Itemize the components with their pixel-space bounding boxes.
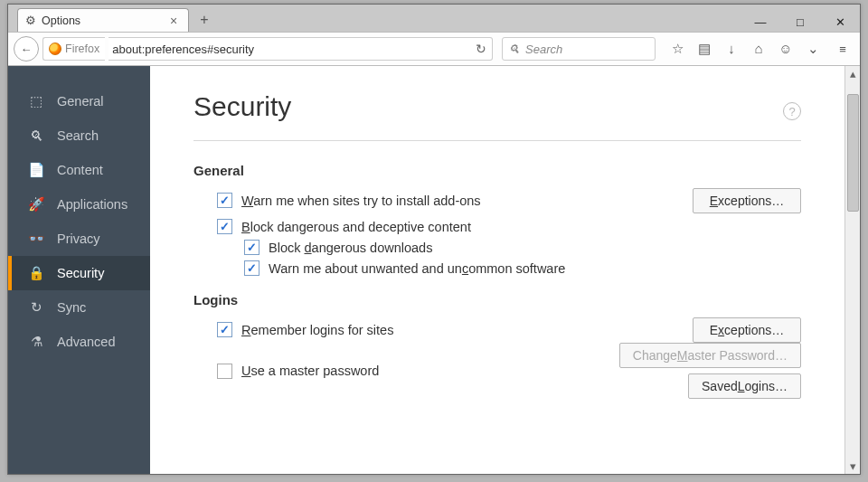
- gear-icon: ⚙: [25, 14, 36, 27]
- search-placeholder: Search: [525, 43, 562, 56]
- sidebar-item-privacy[interactable]: 👓 Privacy: [8, 222, 150, 256]
- sidebar-item-sync[interactable]: ↻ Sync: [8, 290, 150, 325]
- back-arrow-icon: ←: [21, 43, 33, 56]
- close-icon: ✕: [835, 15, 845, 29]
- hamburger-menu[interactable]: ≡: [831, 37, 854, 61]
- app-window: ⚙ Options × + — □ ✕ ← Firefox about:pref…: [7, 4, 861, 475]
- checkbox-checked-icon[interactable]: ✓: [244, 260, 259, 276]
- exceptions-button-general[interactable]: Exceptions…Exceptions…: [693, 188, 801, 213]
- sidebar-item-content[interactable]: 📄 Content: [8, 153, 150, 187]
- scroll-thumb[interactable]: [847, 94, 859, 212]
- change-master-password-button: Change Master Password…Change Master Pas…: [619, 343, 801, 368]
- page-title: Security: [193, 91, 291, 122]
- pocket-icon[interactable]: ⌄: [806, 41, 820, 57]
- sidebar-item-label: Advanced: [57, 335, 116, 349]
- checkbox-checked-icon[interactable]: ✓: [244, 240, 259, 255]
- option-remember-logins[interactable]: ✓ Remember logins for sites Remember log…: [193, 322, 393, 337]
- option-label: Warn me when sites try to install add-on…: [241, 194, 481, 208]
- bookmark-star-icon[interactable]: ☆: [670, 41, 684, 57]
- sidebar-item-label: Applications: [57, 197, 127, 212]
- search-bar[interactable]: 🔍︎ Search: [502, 37, 656, 61]
- new-tab-button[interactable]: +: [191, 8, 218, 32]
- option-master-password[interactable]: ✓ Use a master password Use a master pas…: [193, 364, 379, 379]
- plus-icon: +: [200, 12, 208, 28]
- option-label: Warn me about unwanted and uncommon soft…: [269, 261, 565, 276]
- content-icon: 📄: [28, 162, 44, 178]
- checkbox-checked-icon[interactable]: ✓: [217, 193, 232, 208]
- advanced-icon: ⚗: [28, 334, 44, 350]
- content-area: ⬚ General 🔍︎ Search 📄 Content 🚀 Applicat…: [8, 66, 860, 474]
- general-icon: ⬚: [28, 93, 44, 109]
- sidebar-item-security[interactable]: 🔒 Security: [8, 256, 150, 290]
- vertical-scrollbar[interactable]: ▴ ▾: [844, 66, 860, 474]
- sidebar-item-label: Content: [57, 163, 103, 177]
- option-label: Block dangerous and deceptive content: [241, 220, 471, 234]
- refresh-icon[interactable]: ↻: [476, 42, 486, 56]
- downloads-icon[interactable]: ↓: [724, 41, 739, 57]
- minimize-icon: —: [755, 15, 767, 29]
- sidebar-item-applications[interactable]: 🚀 Applications: [8, 187, 150, 222]
- sidebar-item-general[interactable]: ⬚ General: [8, 84, 150, 118]
- option-block-deceptive[interactable]: ✓ Block dangerous and deceptive content …: [193, 219, 801, 234]
- identity-box[interactable]: Firefox: [42, 37, 105, 61]
- applications-icon: 🚀: [28, 196, 44, 213]
- window-close[interactable]: ✕: [820, 12, 860, 32]
- firefox-label: Firefox: [65, 43, 99, 55]
- maximize-icon: □: [797, 15, 804, 29]
- checkbox-checked-icon[interactable]: ✓: [217, 322, 232, 337]
- help-icon[interactable]: ?: [783, 102, 801, 120]
- window-maximize[interactable]: □: [780, 12, 820, 32]
- back-button[interactable]: ←: [14, 36, 39, 61]
- firefox-logo-icon: [49, 43, 61, 55]
- toolbar-icons: ☆ ▤ ↓ ⌂ ☺ ⌄: [670, 41, 820, 57]
- home-icon[interactable]: ⌂: [751, 41, 766, 57]
- sync-icon: ↻: [28, 299, 44, 316]
- nav-toolbar: ← Firefox about:preferences#security ↻ 🔍…: [8, 32, 860, 66]
- sidebar-item-label: Search: [57, 128, 99, 143]
- privacy-icon: 👓: [28, 231, 44, 247]
- checkbox-unchecked-icon[interactable]: ✓: [217, 364, 232, 379]
- sidebar-item-label: General: [57, 94, 104, 109]
- title-bar: ⚙ Options × + — □ ✕: [8, 5, 860, 32]
- library-icon[interactable]: ▤: [697, 41, 712, 57]
- preferences-sidebar: ⬚ General 🔍︎ Search 📄 Content 🚀 Applicat…: [8, 66, 150, 474]
- checkbox-checked-icon[interactable]: ✓: [217, 219, 232, 234]
- tab-strip: ⚙ Options × +: [17, 5, 218, 32]
- sidebar-item-label: Privacy: [57, 232, 100, 246]
- section-heading-general: General: [193, 163, 801, 178]
- scroll-track[interactable]: [845, 81, 860, 458]
- url-text: about:preferences#security: [112, 43, 254, 56]
- window-minimize[interactable]: —: [741, 12, 780, 32]
- section-heading-logins: Logins: [193, 292, 801, 307]
- url-bar[interactable]: about:preferences#security ↻: [108, 37, 493, 61]
- option-label: Use a master password: [241, 364, 379, 378]
- option-label: Block dangerous downloads: [269, 241, 432, 255]
- question-mark-icon: ?: [788, 105, 795, 118]
- security-icon: 🔒: [28, 265, 44, 281]
- saved-logins-button[interactable]: Saved Logins…Saved Logins…: [688, 373, 801, 399]
- search-icon: 🔍︎: [28, 128, 44, 144]
- option-warn-unwanted[interactable]: ✓ Warn me about unwanted and uncommon so…: [193, 260, 801, 276]
- scroll-up-arrow-icon[interactable]: ▴: [845, 66, 860, 81]
- option-block-downloads[interactable]: ✓ Block dangerous downloads Block danger…: [193, 240, 801, 255]
- sidebar-item-search[interactable]: 🔍︎ Search: [8, 118, 150, 153]
- tab-title: Options: [42, 14, 80, 27]
- feedback-icon[interactable]: ☺: [778, 41, 793, 57]
- tab-close-icon[interactable]: ×: [166, 14, 181, 28]
- window-controls: — □ ✕: [741, 12, 860, 32]
- option-warn-install[interactable]: ✓ Warn me when sites try to install add-…: [193, 193, 481, 208]
- sidebar-item-label: Sync: [57, 300, 86, 315]
- title-divider: [193, 140, 801, 141]
- browser-tab-options[interactable]: ⚙ Options ×: [17, 8, 189, 32]
- sidebar-item-label: Security: [57, 266, 104, 280]
- search-icon: 🔍︎: [508, 43, 520, 56]
- exceptions-button-logins[interactable]: Exceptions…Exceptions…: [693, 317, 801, 343]
- scroll-down-arrow-icon[interactable]: ▾: [845, 458, 860, 474]
- option-label: Remember logins for sites: [241, 323, 393, 337]
- preferences-main: Security ? General ✓ Warn me when sites …: [150, 66, 844, 474]
- menu-icon: ≡: [839, 43, 846, 56]
- sidebar-item-advanced[interactable]: ⚗ Advanced: [8, 325, 150, 359]
